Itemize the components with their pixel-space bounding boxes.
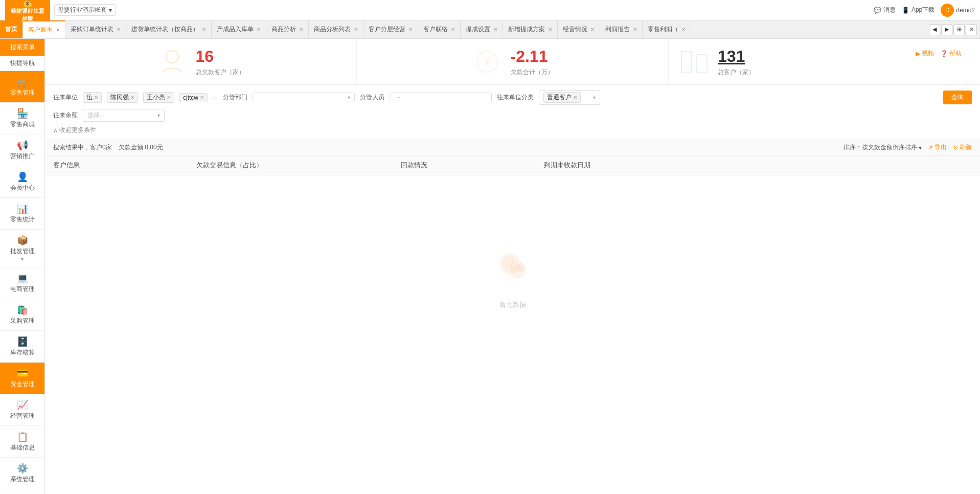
sidebar-item-finance[interactable]: 💳 资金管理 (0, 363, 44, 394)
close-icon[interactable]: ✕ (451, 27, 455, 32)
sidebar-item-enterprise[interactable]: 🤝 企业协同 (0, 489, 44, 494)
stat-label-amount: 欠款合计（万） (511, 68, 554, 77)
empty-text: 暂无数据 (499, 300, 526, 309)
tab-next-btn[interactable]: ▶ (941, 24, 952, 35)
sidebar-item-retail-stats[interactable]: 📊 零售统计 (0, 198, 44, 230)
help-btn[interactable]: ❓ 帮助 (940, 49, 962, 58)
ecommerce-icon: 💻 (17, 273, 28, 284)
filter-tag-normal-customer[interactable]: 普通客户 ✕ (543, 92, 581, 103)
tab-close-btn[interactable]: ✕ (966, 24, 977, 35)
stat-block-amount: ¥ -2.11 欠款合计（万） (357, 39, 669, 84)
stat-label-customers: 总欠款客户（家） (196, 68, 245, 77)
basic-info-icon: 📋 (17, 431, 28, 442)
stat-text-total: 131 总客户（家） (718, 47, 755, 77)
top-right-actions: 💬 消息 📱 App下载 D demo2 (874, 4, 975, 17)
unit-class-arrow: ▾ (593, 95, 596, 100)
tab-customer-account[interactable]: 客户账本 ✕ (23, 20, 65, 38)
sidebar-item-ecommerce[interactable]: 💻 电商管理 (0, 267, 44, 299)
filter-row-2: 往来余额 选择... ▾ (53, 109, 972, 122)
sidebar-item-marketing[interactable]: 📢 营销推广 (0, 134, 44, 166)
stats-row: 16 总欠款客户（家） ¥ -2.11 欠款合计（万） 131 (45, 39, 980, 85)
sidebar-item-purchase[interactable]: 🛍️ 采购管理 (0, 299, 44, 331)
tab-new-promotion[interactable]: 新增提成方案 ✕ (503, 20, 558, 38)
retail-icon: 🛒 (17, 76, 28, 87)
account-selector[interactable]: 母婴行业演示帐套 ▾ (54, 4, 116, 16)
sidebar-item-basic-info[interactable]: 📋 基础信息 (0, 426, 44, 458)
unit-class-select[interactable]: 普通客户 ✕ ▾ (539, 90, 600, 105)
sidebar-item-retail-mall[interactable]: 🏪 零售商城 (0, 103, 44, 134)
svg-rect-3 (681, 52, 692, 72)
tab-product-analysis-list[interactable]: 商品分析列表 ✕ (309, 20, 363, 38)
result-actions: 排序：按欠款金额倒序排序 ▾ ↗ 导出 ↻ 刷新 (844, 143, 972, 152)
close-icon[interactable]: ✕ (56, 27, 60, 33)
remove-tag-cjttcw[interactable]: ✕ (200, 95, 204, 100)
remove-tag-unit[interactable]: ✕ (94, 95, 98, 100)
sidebar-item-business[interactable]: 📈 经营管理 (0, 394, 44, 426)
refresh-btn[interactable]: ↻ 刷新 (953, 143, 972, 152)
collapse-button[interactable]: ∧ 收起更多条件 (53, 126, 972, 134)
close-icon[interactable]: ✕ (257, 27, 261, 32)
tab-nav-arrows: ◀ ▶ ⊞ ✕ (926, 20, 980, 38)
app-download-btn[interactable]: 📱 App下载 (902, 6, 935, 14)
tab-product-analysis[interactable]: 商品分析 ✕ (266, 20, 309, 38)
sidebar-search[interactable]: 搜索菜单 (0, 39, 44, 56)
sort-select[interactable]: 排序：按欠款金额倒序排序 ▾ (844, 143, 922, 152)
tab-product-inbound[interactable]: 产成品入库单 ✕ (212, 20, 266, 38)
close-icon[interactable]: ✕ (299, 27, 303, 32)
message-btn[interactable]: 💬 消息 (874, 6, 896, 14)
avatar: D (941, 4, 954, 17)
close-icon[interactable]: ✕ (493, 27, 497, 32)
tab-promotion-settings[interactable]: 提成设置 ✕ (461, 20, 503, 38)
tab-customer-contact[interactable]: 客户联络 ✕ (418, 20, 461, 38)
filter-tag-chen[interactable]: 陈民强 ✕ (107, 92, 138, 103)
tab-expand-btn[interactable]: ⊞ (953, 24, 965, 35)
export-btn[interactable]: ↗ 导出 (928, 143, 947, 152)
close-icon[interactable]: ✕ (681, 27, 686, 32)
filter-more-btn[interactable]: ··· (213, 94, 218, 101)
balance-select[interactable]: 选择... ▾ (83, 109, 165, 122)
empty-area: 暂无数据 (45, 175, 980, 380)
close-icon[interactable]: ✕ (590, 27, 595, 32)
person-select[interactable]: ··· (390, 93, 492, 102)
remove-tag-chen[interactable]: ✕ (130, 95, 134, 100)
tab-customer-layer[interactable]: 客户分层经营 ✕ (363, 20, 418, 38)
close-icon[interactable]: ✕ (354, 27, 358, 32)
col-customer-info: 客户信息 (53, 161, 196, 170)
sidebar-item-wholesale[interactable]: 📦 批发管理 ▼ (0, 230, 44, 267)
remove-normal-customer[interactable]: ✕ (573, 95, 577, 100)
top-nav: 💰 畅捷通好生意 标版 母婴行业演示帐套 ▾ 💬 消息 📱 App下载 D de… (0, 0, 980, 20)
tab-home[interactable]: 首页 (0, 20, 23, 38)
tab-purchase-stats[interactable]: 进货单统计表（按商品） ✕ (126, 20, 212, 38)
sidebar-item-member[interactable]: 👤 会员中心 (0, 166, 44, 198)
stat-text-customers: 16 总欠款客户（家） (196, 47, 245, 77)
close-icon[interactable]: ✕ (633, 27, 637, 32)
main-layout: 搜索菜单 快捷导航 🛒 零售管理 🏪 零售商城 📢 营销推广 👤 会员中心 📊 … (0, 39, 980, 494)
sidebar-item-system[interactable]: ⚙️ 系统管理 (0, 458, 44, 489)
close-icon[interactable]: ✕ (548, 27, 552, 32)
filter-tag-cjttcw[interactable]: cjttcw ✕ (179, 93, 208, 102)
customers-bg-icon (157, 47, 188, 77)
stat-label-total: 总客户（家） (718, 68, 755, 77)
svg-text:¥: ¥ (484, 56, 490, 67)
close-icon[interactable]: ✕ (117, 27, 121, 32)
sidebar-item-inventory[interactable]: 🗄️ 库存核算 (0, 331, 44, 363)
sidebar-quick-nav[interactable]: 快捷导航 (0, 56, 44, 71)
close-icon[interactable]: ✕ (408, 27, 413, 32)
col-payment: 回款情况 (401, 161, 544, 170)
filter-tag-unit-all[interactable]: 伍 ✕ (83, 92, 102, 103)
user-menu[interactable]: D demo2 (941, 4, 975, 17)
tab-prev-btn[interactable]: ◀ (929, 24, 940, 35)
sidebar-item-retail[interactable]: 🛒 零售管理 (0, 71, 44, 103)
close-icon[interactable]: ✕ (202, 27, 206, 32)
member-icon: 👤 (17, 171, 28, 183)
tab-business[interactable]: 经营情况 ✕ (558, 20, 600, 38)
search-button[interactable]: 查询 (943, 91, 972, 104)
dept-select[interactable]: ▾ (253, 93, 355, 102)
remove-tag-wang[interactable]: ✕ (167, 95, 171, 100)
filter-tag-wang[interactable]: 王小亮 ✕ (143, 92, 174, 103)
tab-purchase-order[interactable]: 采购订单统计表 ✕ (65, 20, 126, 38)
balance-arrow: ▾ (157, 113, 160, 118)
tab-profit-report[interactable]: 利润报告 ✕ (600, 20, 643, 38)
tab-retail-profit[interactable]: 零售利润（ ✕ (643, 20, 691, 38)
video-btn[interactable]: ▶ 视频 (916, 49, 934, 58)
